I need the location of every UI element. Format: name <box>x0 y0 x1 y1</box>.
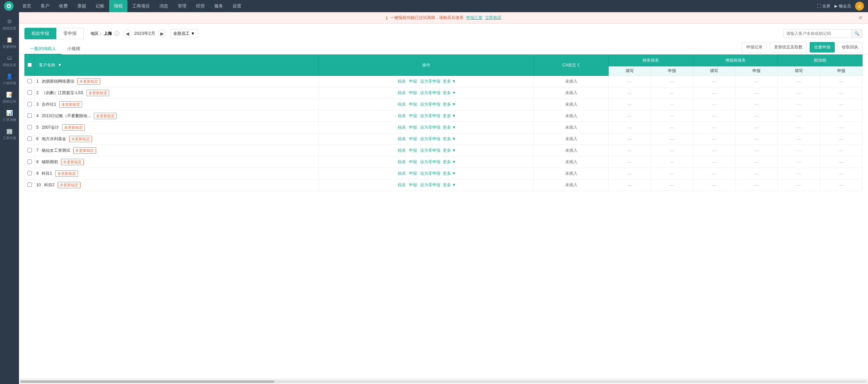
row-checkbox-5[interactable] <box>27 136 32 141</box>
taxpayer-tab-general[interactable]: 一般的纳税人 <box>24 44 62 55</box>
op-tax-form[interactable]: 税表 <box>398 90 406 95</box>
declaration-records-button[interactable]: 申报记录 <box>742 42 767 52</box>
op-tax-form[interactable]: 税表 <box>398 136 406 141</box>
op-declare[interactable]: 申报 <box>409 171 417 176</box>
row-number: 2 <box>36 90 39 95</box>
banner-link-buy[interactable]: 立即购买 <box>485 15 501 21</box>
op-zero-declare[interactable]: 设为零申报 <box>420 159 440 164</box>
op-zero-declare[interactable]: 设为零申报 <box>420 136 440 141</box>
op-declare[interactable]: 申报 <box>409 136 417 141</box>
op-zero-declare[interactable]: 设为零申报 <box>420 125 440 130</box>
sidebar-item-tax-settings[interactable]: ⚙ 报税设置 <box>0 15 19 33</box>
region-info-icon[interactable]: i <box>115 31 119 36</box>
batch-declare-button[interactable]: 批量申报 <box>810 42 835 52</box>
banner-link-declaration[interactable]: 申报汇签 <box>466 15 482 21</box>
op-declare[interactable]: 申报 <box>409 125 417 130</box>
row-checkbox-1[interactable] <box>27 90 32 95</box>
taxpayer-tab-small[interactable]: 小规模 <box>62 44 86 55</box>
collect-receipt-button[interactable]: 收取回执 <box>837 42 863 52</box>
nav-home[interactable]: 首页 <box>18 0 36 12</box>
search-input[interactable] <box>784 29 851 38</box>
nav-billing[interactable]: 收费 <box>54 0 73 12</box>
op-declare[interactable]: 申报 <box>409 79 417 84</box>
row-checkbox-6[interactable] <box>27 148 32 152</box>
op-declare[interactable]: 申报 <box>409 102 417 107</box>
op-tax-form[interactable]: 税表 <box>398 79 406 84</box>
op-more[interactable]: 更多 ▼ <box>443 136 456 141</box>
nav-manage[interactable]: 管理 <box>173 0 191 12</box>
op-more[interactable]: 更多 ▼ <box>443 102 456 107</box>
op-declare[interactable]: 申报 <box>409 183 417 187</box>
row-checkbox-0[interactable] <box>27 79 32 83</box>
sidebar-label-annual-clearance: 汇算清缴 <box>3 118 16 122</box>
sidebar-item-personal-tax[interactable]: 👤 个税申报 <box>0 70 19 88</box>
row-checkbox-2[interactable] <box>27 102 32 106</box>
op-zero-declare[interactable]: 设为零申报 <box>420 79 440 84</box>
sidebar-item-batch-tax[interactable]: 📋 批量报税 <box>0 33 19 51</box>
op-zero-declare[interactable]: 设为零申报 <box>420 102 440 107</box>
nav-settings[interactable]: 设置 <box>228 0 246 12</box>
op-more[interactable]: 更多 ▼ <box>443 125 456 130</box>
date-next-button[interactable]: ▶ <box>158 29 166 38</box>
op-more[interactable]: 更多 ▼ <box>443 183 456 187</box>
nav-invoice[interactable]: 票据 <box>73 0 91 12</box>
tab-zero-declaration[interactable]: 零申报 <box>56 28 84 39</box>
op-more[interactable]: 更多 ▼ <box>443 148 456 153</box>
sidebar-item-annual-report[interactable]: 🏢 工商年报 <box>0 125 19 143</box>
select-all-checkbox[interactable] <box>27 63 32 67</box>
row-add-fill: — <box>778 99 820 110</box>
nav-tax[interactable]: 报税 <box>109 0 127 12</box>
nav-commerce[interactable]: 工商项目 <box>127 0 155 12</box>
op-zero-declare[interactable]: 设为零申报 <box>420 183 440 187</box>
banner-close-button[interactable]: ✕ <box>858 15 863 21</box>
op-tax-form[interactable]: 税表 <box>398 148 406 153</box>
op-zero-declare[interactable]: 设为零申报 <box>420 90 440 95</box>
op-tax-form[interactable]: 税表 <box>398 171 406 176</box>
tab-tax-declaration[interactable]: 税款申报 <box>24 28 56 39</box>
op-tax-form[interactable]: 税表 <box>398 183 406 187</box>
date-prev-button[interactable]: ◀ <box>123 29 132 38</box>
nav-service[interactable]: 服务 <box>210 0 228 12</box>
op-zero-declare[interactable]: 设为零申报 <box>420 171 440 176</box>
nav-message[interactable]: 消息 <box>155 0 173 12</box>
sort-icon[interactable]: ▼ <box>58 63 62 67</box>
row-ops-cell: 税表 申报 设为零申报 更多 ▼ <box>319 145 534 156</box>
fullscreen-button[interactable]: ⛶ 全屏 <box>817 3 830 9</box>
nav-operation[interactable]: 经营 <box>191 0 210 12</box>
row-checkbox-8[interactable] <box>27 171 32 175</box>
op-tax-form[interactable]: 税表 <box>398 125 406 130</box>
update-stats-button[interactable]: 更新统定及取数 <box>770 42 807 52</box>
op-declare[interactable]: 申报 <box>409 113 417 118</box>
op-tax-form[interactable]: 税表 <box>398 159 406 164</box>
sidebar-item-tax-overview[interactable]: 🗂 报税总览 <box>0 51 19 70</box>
op-declare[interactable]: 申报 <box>409 90 417 95</box>
row-fin-declare: — <box>651 99 693 110</box>
overview-icon: 🗂 <box>6 54 13 62</box>
sidebar-item-tax-records[interactable]: 📝 报税记录 <box>0 88 19 106</box>
sidebar-item-annual-clearance[interactable]: 📊 汇算清缴 <box>0 106 19 125</box>
row-checkbox-9[interactable] <box>27 183 32 187</box>
scroll-track[interactable] <box>20 380 867 383</box>
op-more[interactable]: 更多 ▼ <box>443 79 456 84</box>
op-declare[interactable]: 申报 <box>409 148 417 153</box>
ca-info-icon[interactable]: ℂ <box>577 63 580 67</box>
avatar[interactable]: 会 <box>855 2 864 10</box>
op-more[interactable]: 更多 ▼ <box>443 171 456 176</box>
search-button[interactable]: 🔍 <box>851 29 862 38</box>
member-button[interactable]: ▶ 畅会员 <box>834 3 851 9</box>
nav-customer[interactable]: 客户 <box>36 0 54 12</box>
op-zero-declare[interactable]: 设为零申报 <box>420 113 440 118</box>
op-tax-form[interactable]: 税表 <box>398 113 406 118</box>
row-checkbox-4[interactable] <box>27 125 32 129</box>
row-checkbox-7[interactable] <box>27 159 32 164</box>
row-tax-fill: — <box>693 76 735 87</box>
op-more[interactable]: 更多 ▼ <box>443 113 456 118</box>
department-select[interactable]: 全部员工 ▼ <box>170 29 198 38</box>
op-zero-declare[interactable]: 设为零申报 <box>420 148 440 153</box>
row-checkbox-3[interactable] <box>27 113 32 118</box>
op-more[interactable]: 更多 ▼ <box>443 159 456 164</box>
op-more[interactable]: 更多 ▼ <box>443 90 456 95</box>
op-tax-form[interactable]: 税表 <box>398 102 406 107</box>
nav-accounting[interactable]: 记账 <box>91 0 109 12</box>
op-declare[interactable]: 申报 <box>409 159 417 164</box>
